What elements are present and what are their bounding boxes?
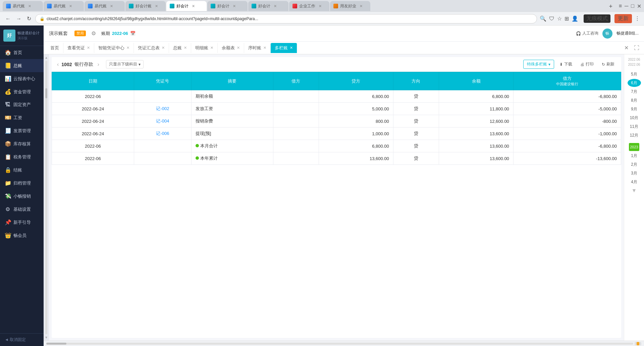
ai-service-button[interactable]: 🎧 人工咨询 bbox=[576, 31, 598, 36]
cal-month-10月[interactable]: 10月 bbox=[628, 114, 641, 122]
shield-icon[interactable]: 🛡 bbox=[549, 16, 554, 22]
account-prev-button[interactable]: ‹ bbox=[56, 61, 60, 67]
maximize-window[interactable]: □ bbox=[631, 3, 634, 9]
page-tab-multi[interactable]: 多栏账✕ bbox=[271, 43, 297, 53]
page-tab-vouchers[interactable]: 查看凭证✕ bbox=[63, 43, 94, 53]
scroll-up-arrow[interactable]: ▲ bbox=[45, 56, 48, 59]
back-button[interactable]: ← bbox=[4, 14, 12, 23]
browser-tab-t4[interactable]: 好会计账 ✕ bbox=[125, 1, 166, 11]
tab-close-icon[interactable]: ✕ bbox=[274, 4, 277, 8]
tab-close-icon[interactable]: ✕ bbox=[28, 4, 31, 8]
cal-month-9月[interactable]: 9月 bbox=[628, 105, 641, 113]
settings-dots-icon[interactable]: ⋮ bbox=[635, 15, 640, 22]
page-tab-close-multi[interactable]: ✕ bbox=[290, 46, 293, 50]
tab-close-icon[interactable]: ✕ bbox=[319, 4, 322, 8]
close-window[interactable]: ✕ bbox=[637, 3, 641, 9]
tab-list-icon[interactable]: ≡ bbox=[619, 3, 622, 9]
tab-close-icon[interactable]: ✕ bbox=[360, 4, 363, 8]
cal-month-2023-2月[interactable]: 2月 bbox=[628, 160, 641, 168]
close-panel-button[interactable]: ✕ bbox=[622, 44, 631, 52]
sidebar-item-close[interactable]: 🔒 结账 bbox=[0, 163, 44, 177]
page-tab-close-balance[interactable]: ✕ bbox=[237, 46, 240, 50]
refresh-button-toolbar[interactable]: ↻ 刷新 bbox=[599, 60, 617, 68]
sidebar-item-guide[interactable]: 📌 新手引导 bbox=[0, 216, 44, 229]
tab-close-icon[interactable]: ✕ bbox=[155, 4, 158, 8]
browser-tab-t9[interactable]: 用友好业 ✕ bbox=[330, 1, 370, 11]
cal-month-2023-3月[interactable]: 3月 bbox=[628, 169, 641, 177]
sidebar-item-inventory[interactable]: 📦 库存核算 bbox=[0, 137, 44, 150]
sidebar-item-home[interactable]: 🏠 首页 bbox=[0, 46, 44, 59]
page-tab-close-vouchers[interactable]: ✕ bbox=[87, 46, 90, 50]
profile-icon[interactable]: 👤 bbox=[572, 15, 578, 22]
cal-month-2023-1月[interactable]: 1月 bbox=[628, 152, 641, 160]
special-multicolumn-button[interactable]: 特殊多栏账 ▾ bbox=[523, 60, 554, 69]
refresh-button[interactable]: ↻ bbox=[25, 14, 33, 23]
minimize-window[interactable]: ─ bbox=[625, 3, 628, 9]
tab-close-icon[interactable]: ✕ bbox=[192, 4, 195, 8]
cal-scroll-down[interactable]: ▼ bbox=[630, 186, 638, 195]
page-tab-home[interactable]: 首页 bbox=[46, 43, 63, 53]
page-tab-sequence[interactable]: 序时账✕ bbox=[244, 43, 271, 53]
download-button[interactable]: ⬇ 下载 bbox=[557, 60, 575, 68]
page-tab-smart[interactable]: 智能凭证中心✕ bbox=[94, 43, 134, 53]
sidebar-item-settings[interactable]: ⚙ 基础设置 bbox=[0, 203, 44, 216]
grid-icon[interactable]: ⊞ bbox=[565, 15, 569, 22]
print-button[interactable]: 🖨 打印 bbox=[578, 60, 596, 68]
page-tab-summary[interactable]: 凭证汇总表✕ bbox=[134, 43, 169, 53]
tab-close-icon[interactable]: ✕ bbox=[233, 4, 236, 8]
sidebar-item-reports[interactable]: 📊 云报表中心 bbox=[0, 72, 44, 85]
browser-tab-t2[interactable]: 易代账 ✕ bbox=[44, 1, 84, 11]
cal-month-12月[interactable]: 12月 bbox=[628, 131, 641, 139]
sidebar-item-member[interactable]: 👑 畅会员 bbox=[0, 229, 44, 242]
browser-tab-t6[interactable]: 好会计 ✕ bbox=[207, 1, 248, 11]
page-tab-close-sequence[interactable]: ✕ bbox=[263, 46, 266, 50]
browser-tab-t3[interactable]: 易代账 ✕ bbox=[85, 1, 125, 11]
sidebar-item-invoice[interactable]: 🧾 发票管理 bbox=[0, 124, 44, 137]
calendar-icon[interactable]: 📅 bbox=[130, 31, 136, 36]
page-tab-close-general[interactable]: ✕ bbox=[184, 46, 187, 50]
page-tab-balance[interactable]: 余额表✕ bbox=[218, 43, 244, 53]
page-tab-close-detail[interactable]: ✕ bbox=[210, 46, 213, 50]
page-tab-detail[interactable]: 明细账✕ bbox=[191, 43, 218, 53]
browser-tab-t5[interactable]: 好会计 ✕ bbox=[166, 1, 207, 11]
search-icon[interactable]: 🔍 bbox=[540, 15, 546, 22]
tab-close-icon[interactable]: ✕ bbox=[69, 4, 72, 8]
forward-button[interactable]: → bbox=[15, 14, 23, 23]
star-icon[interactable]: ☆ bbox=[557, 15, 562, 22]
unpin-button[interactable]: ◄ 取消固定 bbox=[0, 334, 44, 346]
new-tab-button[interactable]: + bbox=[606, 2, 615, 11]
account-next-button[interactable]: › bbox=[96, 61, 100, 67]
settings-icon[interactable]: ⚙ bbox=[91, 30, 96, 37]
voucher-link[interactable]: 记-004 bbox=[156, 118, 169, 123]
browser-tab-t1[interactable]: 易代账 ✕ bbox=[3, 1, 43, 11]
cal-month-2023-4月[interactable]: 4月 bbox=[628, 178, 641, 186]
scroll-down-arrow[interactable]: ▼ bbox=[45, 336, 48, 339]
update-button[interactable]: 更新 bbox=[614, 14, 632, 23]
voucher-link[interactable]: 记-006 bbox=[156, 131, 169, 136]
cal-month-8月[interactable]: 8月 bbox=[628, 96, 641, 104]
filter-dropdown[interactable]: 只显示下级科目 ▾ bbox=[106, 60, 144, 68]
browser-tab-t7[interactable]: 好会计 ✕ bbox=[248, 1, 288, 11]
tab-close-icon[interactable]: ✕ bbox=[110, 4, 113, 8]
cal-month-5月[interactable]: 5月 bbox=[628, 70, 641, 78]
horizontal-scrollbar[interactable] bbox=[44, 341, 644, 346]
voucher-link[interactable]: 记-002 bbox=[156, 106, 169, 111]
page-tab-close-summary[interactable]: ✕ bbox=[162, 46, 165, 50]
cal-month-11月[interactable]: 11月 bbox=[628, 122, 641, 131]
cal-month-7月[interactable]: 7月 bbox=[628, 88, 641, 96]
sidebar-item-ledger[interactable]: 📒 总账 bbox=[0, 59, 44, 72]
browser-tab-t8[interactable]: 企业工作 ✕ bbox=[289, 1, 329, 11]
expand-panel-button[interactable]: ⛶ bbox=[632, 44, 641, 52]
url-input[interactable]: 🔒 cloud2.chanjet.com/accounting/uh26t264… bbox=[35, 14, 537, 23]
sidebar-item-assets[interactable]: 🏗 固定资产 bbox=[0, 98, 44, 111]
sidebar-item-funds[interactable]: 💰 资金管理 bbox=[0, 85, 44, 98]
cal-month-6月[interactable]: 6月 bbox=[628, 79, 641, 87]
sidebar-item-expense[interactable]: 💸 小畅报销 bbox=[0, 190, 44, 203]
page-tab-close-smart[interactable]: ✕ bbox=[126, 46, 129, 50]
page-tab-general[interactable]: 总账✕ bbox=[169, 43, 191, 53]
sidebar-item-salary[interactable]: 💴 工资 bbox=[0, 111, 44, 124]
scroll-thumb[interactable] bbox=[46, 343, 66, 345]
wuhen-mode-label[interactable]: 无痕模式 bbox=[584, 14, 610, 23]
sidebar-item-tax[interactable]: 📋 税务管理 bbox=[0, 150, 44, 163]
sidebar-item-archive[interactable]: 📁 归档管理 bbox=[0, 177, 44, 190]
